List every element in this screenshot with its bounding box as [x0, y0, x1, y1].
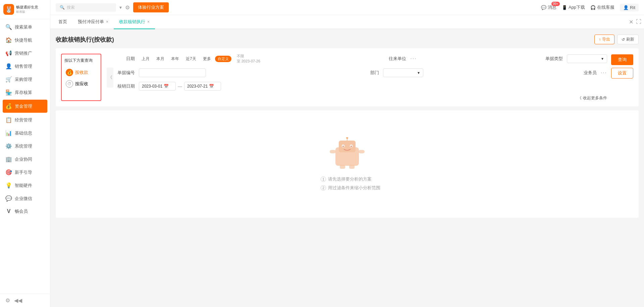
sidebar-item-wechat[interactable]: 💬 企业微信	[0, 192, 50, 205]
bill-no-input[interactable]	[139, 68, 206, 77]
tab-prepay-close[interactable]: ×	[106, 19, 108, 24]
service-icon: 🎧	[590, 5, 596, 10]
search-small-icon: 🔍	[60, 5, 65, 10]
sidebar-item-purchase[interactable]: 🛒 采购管理	[0, 73, 50, 86]
query-button[interactable]: 查询	[611, 54, 633, 65]
header-right: 💬 消息 99+ 📱 App下载 🎧 在线客服 👤 Rit	[541, 4, 639, 11]
svg-rect-8	[330, 150, 336, 153]
dept-label: 部门	[362, 70, 379, 76]
collapse-more-conditions[interactable]: 《 收起更多条件	[117, 95, 607, 101]
bill-no-label: 单据编号	[117, 70, 135, 76]
online-service[interactable]: 🎧 在线客服	[590, 4, 614, 10]
bill-type-label: 单据类型	[545, 56, 563, 62]
sidebar-item-label: 搜索菜单	[15, 24, 32, 30]
sidebar-item-label: 快捷导航	[15, 37, 32, 43]
sidebar-item-system[interactable]: ⚙️ 系统管理	[0, 140, 50, 153]
dropdown-icon[interactable]: ▾	[119, 5, 122, 10]
message-icon: 💬	[541, 5, 546, 10]
query-type-by-receivable[interactable]: ⏱ 按应收	[64, 78, 98, 90]
step-2-num: 2	[321, 185, 326, 191]
industry-solution-button[interactable]: 体验行业方案	[133, 2, 169, 12]
sidebar-item-search[interactable]: 🔍 搜索菜单	[0, 20, 50, 34]
verify-date-end-input[interactable]: 2023-07-21 📅	[184, 82, 221, 91]
dropdown-chevron-icon: ▾	[601, 56, 603, 61]
bill-type-select[interactable]: ▾	[567, 54, 607, 63]
app-label: App下载	[569, 4, 585, 10]
purchase-icon: 🛒	[5, 76, 12, 83]
date-tab-this-month[interactable]: 本月	[154, 55, 167, 63]
sidebar-item-guide[interactable]: 🎯 新手引导	[0, 166, 50, 179]
sidebar-item-label: 库存核算	[15, 90, 32, 96]
empty-illustration	[327, 137, 367, 171]
verify-date-start-input[interactable]: 2023-03-01 📅	[139, 82, 176, 91]
collapse-panel-button[interactable]: 《	[107, 67, 113, 88]
date-tab-this-year[interactable]: 本年	[168, 55, 182, 63]
logo-name: 畅捷通好生意	[16, 5, 38, 9]
sidebar-item-quick-nav[interactable]: 🏠 快捷导航	[0, 34, 50, 47]
app-download[interactable]: 📱 App下载	[562, 4, 585, 10]
page-title-bar: 收款核销执行(按收款) ↑ 导出 ↺ 刷新	[56, 35, 639, 44]
empty-state: 1 请先选择要分析的方案 2 用过滤条件来缩小分析范围	[56, 110, 639, 218]
tab-home[interactable]: 首页	[53, 15, 72, 29]
message-badge[interactable]: 💬 消息 99+	[541, 4, 556, 10]
tab-maximize-button[interactable]: ⛶	[636, 19, 641, 25]
sidebar-item-label: 销售管理	[15, 63, 32, 69]
sales-icon: 👤	[5, 63, 12, 69]
tab-prepay-label: 预付冲应付单	[78, 19, 104, 25]
tabs-actions: ✕ ⛶	[629, 19, 641, 25]
filter-form-actions-row: 日期 上月 本月 本年 近7天 更多 自定义 不限 至	[117, 54, 633, 101]
robot-svg	[327, 137, 367, 171]
tab-collection-close[interactable]: ×	[147, 19, 150, 24]
staff-select-trigger[interactable]: ···	[601, 70, 607, 76]
sidebar-item-enterprise[interactable]: 🏢 企业协同	[0, 153, 50, 166]
date-tab-7days[interactable]: 近7天	[183, 55, 199, 63]
export-button[interactable]: ↑ 导出	[594, 35, 614, 44]
export-icon: ↑	[599, 37, 601, 42]
refresh-button[interactable]: ↺ 刷新	[617, 35, 639, 44]
basic-icon: 📊	[5, 130, 12, 136]
home-icon: 🏠	[5, 37, 12, 43]
step-1-num: 1	[321, 176, 326, 182]
sidebar-item-operation[interactable]: 📋 经营管理	[0, 113, 50, 126]
date-label: 日期	[117, 56, 135, 62]
user-info[interactable]: 👤 Rit	[620, 4, 639, 11]
guide-icon: 🎯	[5, 169, 12, 175]
date-tab-more[interactable]: 更多	[200, 55, 214, 63]
operation-icon: 📋	[5, 117, 12, 123]
receipt-icon: 💰	[66, 69, 73, 76]
sidebar-item-finance[interactable]: 💰 资金管理	[3, 100, 47, 113]
staff-label: 业务员	[579, 70, 597, 76]
refresh-icon: ↺	[622, 37, 625, 42]
date-tab-last-month[interactable]: 上月	[139, 55, 152, 63]
user-avatar-icon: 👤	[623, 5, 629, 10]
header-left: 🔍 搜索 ▾ ⚙ 体验行业方案	[56, 2, 169, 12]
sidebar-item-member[interactable]: V 畅会员	[0, 205, 50, 218]
inventory-icon: 🏪	[5, 89, 12, 96]
setting-button[interactable]: 设置	[611, 68, 633, 79]
date-tab-custom[interactable]: 自定义	[215, 56, 231, 62]
filter-right-actions: 查询 设置	[611, 54, 633, 101]
collapse-sidebar-icon[interactable]: ◀◀	[14, 297, 22, 304]
query-type-by-receipt[interactable]: 💰 按收款	[64, 67, 98, 78]
header-search-bar[interactable]: 🔍 搜索	[56, 3, 116, 12]
page-actions: ↑ 导出 ↺ 刷新	[594, 35, 639, 44]
export-label: 导出	[602, 37, 610, 42]
settings-gear-icon[interactable]: ⚙	[5, 297, 10, 304]
date-limit-text: 不限 至 2023-07-26	[237, 54, 260, 64]
collapse-chevrons-icon: 《	[578, 95, 582, 101]
dept-select[interactable]: ▾	[383, 68, 423, 77]
gear-icon[interactable]: ⚙	[125, 4, 130, 11]
partner-select-trigger[interactable]: ···	[410, 56, 417, 62]
tab-close-all-button[interactable]: ✕	[629, 19, 633, 25]
sidebar-item-basic[interactable]: 📊 基础信息	[0, 126, 50, 140]
tab-collection[interactable]: 收款核销执行 ×	[114, 15, 155, 29]
sidebar-item-sales[interactable]: 👤 销售管理	[0, 60, 50, 73]
svg-rect-9	[359, 150, 365, 153]
tab-prepay[interactable]: 预付冲应付单 ×	[72, 15, 114, 29]
enterprise-icon: 🏢	[5, 156, 12, 162]
sidebar-item-inventory[interactable]: 🏪 库存核算	[0, 86, 50, 99]
sidebar-item-hardware[interactable]: 💡 智能硬件	[0, 179, 50, 192]
sidebar-item-marketing[interactable]: 📢 营销推广	[0, 47, 50, 60]
empty-step-1: 1 请先选择要分析的方案	[321, 176, 380, 182]
sidebar-item-label: 营销推广	[15, 50, 32, 56]
